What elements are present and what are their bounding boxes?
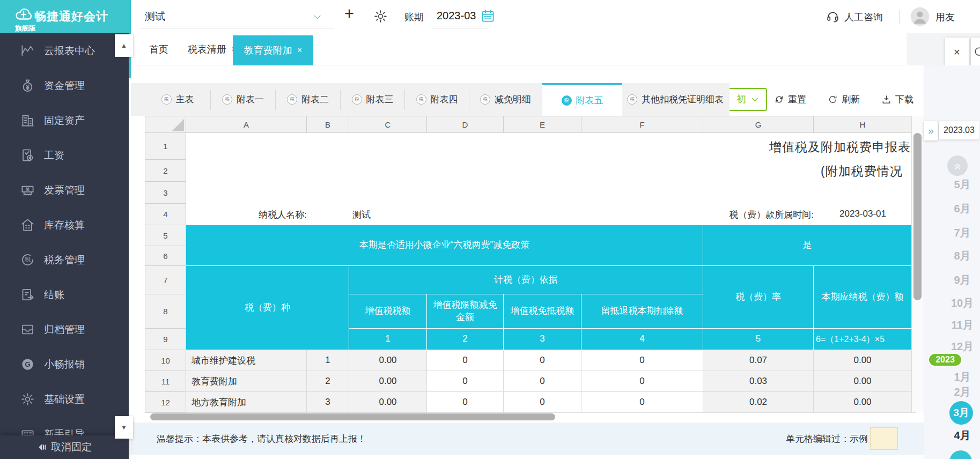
tip-text: 温馨提示：本表供参考，请认真核对数据后再上报！ xyxy=(157,433,366,445)
rail-scroll-up-button[interactable] xyxy=(947,156,968,176)
sheet-tab-annex5-active[interactable]: 税附表五 xyxy=(542,83,622,116)
chevron-down-icon[interactable] xyxy=(312,12,322,22)
sheet-tab-main[interactable]: 税主表 xyxy=(145,90,211,110)
sidebar-item-closing[interactable]: 结账 xyxy=(0,277,129,312)
month-item-apr[interactable]: 4月 xyxy=(944,428,980,443)
row-header: 1 xyxy=(145,133,186,160)
form-title: 增值税及附加税费申报表附 xyxy=(769,139,916,156)
month-item-jul[interactable]: 7月 xyxy=(944,226,980,240)
spreadsheet: A B C D E F G H 1 2 3 4 5 6 7 8 9 10 11 … xyxy=(145,116,916,413)
sheet-tab-annex2[interactable]: 税附表二 xyxy=(276,90,341,110)
sheet-tab-label: 其他扣税凭证明细表 xyxy=(642,93,724,106)
cell-vat-exempt[interactable]: 0 xyxy=(504,350,581,371)
sidebar-item-label: 工资 xyxy=(44,149,64,162)
month-item-feb[interactable]: 2月 xyxy=(944,385,980,399)
cell-credit-deduct[interactable]: 0 xyxy=(581,392,703,413)
sidebar-item-archive[interactable]: 归档管理 xyxy=(0,312,129,347)
row-header: 11 xyxy=(145,371,186,392)
header-tax-type: 税（费）种 xyxy=(186,266,349,350)
cell-vat-limit[interactable]: 0 xyxy=(427,371,504,392)
col-header-e: E xyxy=(504,116,581,133)
close-all-tabs-button[interactable]: × xyxy=(945,38,969,66)
month-item-may[interactable]: 5月 xyxy=(944,177,980,192)
unpin-sidebar-button[interactable]: 取消固定 xyxy=(0,435,129,459)
sheet-tab-annex1[interactable]: 税附表一 xyxy=(211,90,276,110)
sidebar-item-tax[interactable]: 税税务管理 xyxy=(0,242,129,277)
cell-credit-deduct[interactable]: 0 xyxy=(581,371,703,392)
sidebar-scroll-down-button[interactable]: ▼ xyxy=(115,416,133,439)
sheet-row-blank xyxy=(186,182,916,204)
tab-education-surcharge[interactable]: 教育费附加× xyxy=(233,35,313,65)
tab-label: 税表清册 xyxy=(188,43,226,56)
headset-icon[interactable] xyxy=(826,10,839,23)
col-header-c: C xyxy=(349,116,427,133)
tab-tax-register[interactable]: 税表清册× xyxy=(188,33,236,65)
sidebar-item-invoices[interactable]: 发票管理 xyxy=(0,173,129,208)
month-item-nov[interactable]: 11月 xyxy=(944,318,980,332)
month-item-jan[interactable]: 1月 xyxy=(944,370,980,384)
sidebar-item-settings[interactable]: 基础设置 xyxy=(0,382,129,417)
period-value[interactable]: 2023-03 xyxy=(437,10,476,22)
page-tabbar: 首页 税表清册× 教育费附加× × xyxy=(131,33,980,65)
edited-cell-swatch xyxy=(870,427,898,450)
reset-icon xyxy=(774,94,784,105)
calendar-icon[interactable] xyxy=(481,9,495,23)
year-badge: 2023 xyxy=(928,353,962,367)
sidebar-item-inventory[interactable]: 库存核算 xyxy=(0,208,129,242)
cell-vat-exempt[interactable]: 0 xyxy=(504,392,581,413)
avatar[interactable] xyxy=(910,6,930,27)
refresh-tabs-button[interactable] xyxy=(971,38,980,66)
cell-rate: 0.03 xyxy=(703,371,814,392)
month-item-oct[interactable]: 10月 xyxy=(944,296,980,310)
header-vat-amount: 增值税税额 xyxy=(349,294,427,329)
period-underline xyxy=(432,28,488,28)
sidebar-item-funds[interactable]: 资金管理 xyxy=(0,68,129,103)
reset-button[interactable]: 重置 xyxy=(774,83,806,116)
account-select[interactable]: 测试 xyxy=(145,10,165,24)
cell-vat-exempt[interactable]: 0 xyxy=(504,371,581,392)
sidebar-item-payroll[interactable]: 工资 xyxy=(0,138,129,173)
sheet-tab-reduction-detail[interactable]: 税减免明细 xyxy=(469,90,542,110)
svg-text:G: G xyxy=(25,360,31,368)
refresh-button[interactable]: 刷新 xyxy=(828,83,860,116)
month-item-aug[interactable]: 8月 xyxy=(944,249,980,263)
cell-vat-limit[interactable]: 0 xyxy=(427,350,504,371)
brand-edition: 旗舰版 xyxy=(15,24,36,33)
close-icon: × xyxy=(957,456,964,459)
download-button[interactable]: 下载 xyxy=(881,83,913,116)
sidebar-item-expense[interactable]: G小畅报销 xyxy=(0,347,129,382)
sheet-row-info: 纳税人名称: 测试 税（费）款所属时间: 2023-03-01 xyxy=(186,204,916,225)
header-credit-deduct: 留抵退税本期扣除额 xyxy=(581,294,703,329)
month-item-jun[interactable]: 6月 xyxy=(944,202,980,216)
month-item-sep[interactable]: 9月 xyxy=(944,273,980,287)
user-name[interactable]: 用友 xyxy=(935,11,955,24)
tab-home[interactable]: 首页 xyxy=(149,33,168,65)
row-header: 9 xyxy=(145,329,186,350)
row-header: 7 xyxy=(145,266,186,294)
vertical-scrollbar-thumb[interactable] xyxy=(913,133,922,300)
sheet-tab-other-vouchers[interactable]: 税其他扣税凭证明细表 xyxy=(622,90,728,110)
sheet-tab-annex3[interactable]: 税附表三 xyxy=(341,90,405,110)
month-item-mar-active[interactable]: 3月 xyxy=(949,401,973,425)
support-link[interactable]: 人工咨询 xyxy=(844,11,883,24)
close-tab-icon[interactable]: × xyxy=(297,46,302,55)
tab-label: 教育费附加 xyxy=(244,44,292,57)
sidebar-item-label: 固定资产 xyxy=(44,114,85,128)
cell-credit-deduct[interactable]: 0 xyxy=(581,350,703,371)
sidebar-item-cloud-reports[interactable]: 云报表中心 xyxy=(0,33,129,68)
month-item-dec[interactable]: 12月 xyxy=(944,339,980,354)
add-account-button[interactable]: + xyxy=(344,4,354,24)
settings-gear-icon[interactable] xyxy=(373,9,388,24)
tax-form-icon: 税 xyxy=(562,95,572,106)
sidebar-scroll-up-button[interactable]: ▲ xyxy=(115,34,133,57)
expand-panel-handle[interactable]: » xyxy=(924,121,938,140)
sheet-row-title2: (附加税费情况 xyxy=(186,160,916,182)
horizontal-scrollbar-thumb[interactable] xyxy=(150,413,555,420)
sidebar-item-label: 归档管理 xyxy=(44,323,85,337)
cell-vat-limit[interactable]: 0 xyxy=(427,392,504,413)
sidebar-item-label: 库存核算 xyxy=(44,218,85,232)
sidebar-item-fixed-assets[interactable]: 固定资产 xyxy=(0,103,129,138)
sidebar-item-label: 基础设置 xyxy=(44,393,85,406)
sheet-tab-annex4[interactable]: 税附表四 xyxy=(405,90,469,110)
invoice-icon xyxy=(20,183,35,197)
